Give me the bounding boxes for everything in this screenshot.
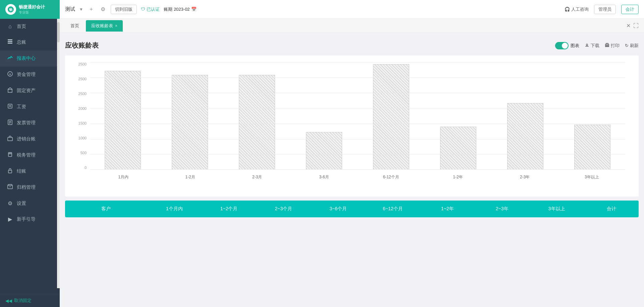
th-12m: 1~2个月 <box>202 201 256 217</box>
y-label-2500c: 2500 <box>72 92 87 96</box>
tab-home-label: 首页 <box>70 23 79 29</box>
content-area: 应收账龄表 图表 下载 打 <box>60 33 644 307</box>
ar-aging-table: 客户 1个月内 1~2个月 2~3个月 3~6个月 6~12个月 1~2年 2~… <box>65 201 639 217</box>
page-actions: 图表 下载 打印 ↻ 刷新 <box>555 42 639 49</box>
download-label: 下载 <box>591 43 599 49</box>
svg-text:畅: 畅 <box>9 8 12 11</box>
bar-36m <box>306 132 342 170</box>
reports-icon <box>7 55 13 62</box>
svg-rect-8 <box>8 104 12 108</box>
sidebar-label-tax: 税务管理 <box>17 152 36 158</box>
bar-23y <box>507 103 543 170</box>
bar-group-1m <box>90 62 156 170</box>
home-icon: ⌂ <box>7 24 13 30</box>
x-label-36m: 3-6月 <box>291 174 358 180</box>
th-23m: 2~3个月 <box>256 201 311 217</box>
table-header: 客户 1个月内 1~2个月 2~3个月 3~6个月 6~12个月 1~2年 2~… <box>65 201 639 217</box>
chart-toggle[interactable]: 图表 <box>555 42 579 49</box>
app-edition: 专业版 <box>19 10 45 15</box>
tabs-bar: 首页 应收账龄表 × ✕ ⛶ <box>60 19 644 33</box>
bars-area <box>90 62 625 170</box>
guide-icon: ▶ <box>7 216 13 222</box>
service-label: 人工咨询 <box>571 6 589 12</box>
sidebar-label-close: 结账 <box>17 168 26 174</box>
refresh-button[interactable]: ↻ 刷新 <box>625 43 639 49</box>
th-612m: 6~12个月 <box>366 201 420 217</box>
shield-icon: 🛡 <box>141 7 145 12</box>
svg-rect-20 <box>8 170 12 173</box>
th-23y: 2~3年 <box>475 201 529 217</box>
sidebar-item-tax[interactable]: 税务管理 <box>0 147 60 163</box>
sidebar-item-guide[interactable]: ▶ 新手引导 <box>0 211 60 227</box>
unpin-button[interactable]: ◀◀ 取消固定 <box>0 294 60 307</box>
sidebar-item-reports[interactable]: 报表中心 <box>0 50 60 67</box>
sidebar-item-invoice[interactable]: 发票管理 <box>0 115 60 131</box>
download-icon <box>585 43 589 48</box>
print-icon <box>605 43 609 48</box>
sidebar-item-home[interactable]: ⌂ 首页 <box>0 19 60 34</box>
verified-badge: 🛡 已认证 <box>141 6 160 12</box>
sidebar-item-ledger[interactable]: 总账 <box>0 34 60 50</box>
bar-12y <box>440 127 476 170</box>
y-label-2500b: 2500 <box>72 77 87 81</box>
tab-expand-icon[interactable]: ⛶ <box>633 23 639 29</box>
toggle-track[interactable] <box>555 42 569 49</box>
sidebar-scrollbar[interactable] <box>57 19 60 288</box>
sidebar-item-archive[interactable]: 归档管理 <box>0 179 60 195</box>
toggle-label: 图表 <box>571 43 579 49</box>
calendar-icon[interactable]: 📅 <box>191 7 197 12</box>
svg-rect-2 <box>8 39 12 40</box>
x-axis: 1月内 1-2月 2-3月 3-6月 6-12个月 1-2年 2-3年 3年以上 <box>90 171 625 183</box>
th-36m: 3~6个月 <box>311 201 366 217</box>
sidebar-item-assets[interactable]: 固定资产 <box>0 83 60 99</box>
th-12y: 1~2年 <box>420 201 475 217</box>
tab-ar-aging[interactable]: 应收账龄表 × <box>86 20 123 32</box>
role-button[interactable]: 会计 <box>621 5 639 14</box>
tab-ar-aging-label: 应收账龄表 <box>91 23 113 29</box>
sidebar-label-invoice: 发票管理 <box>17 120 36 126</box>
unpin-icon: ◀◀ <box>5 298 12 303</box>
bar-612m <box>373 64 409 170</box>
y-label-2000: 2000 <box>72 106 87 111</box>
settings-gear-icon[interactable]: ⚙ <box>99 5 107 14</box>
sidebar: 畅 畅捷通好会计 专业版 ⌂ 首页 总账 报表中心 ¥ <box>0 0 60 307</box>
tab-close-icon[interactable]: × <box>115 24 117 28</box>
sidebar-item-settings[interactable]: ⚙ 设置 <box>0 195 60 211</box>
sidebar-label-payroll: 工资 <box>17 104 26 110</box>
sidebar-item-close[interactable]: 结账 <box>0 163 60 179</box>
sidebar-item-capital[interactable]: ¥ 资金管理 <box>0 67 60 83</box>
download-button[interactable]: 下载 <box>585 43 599 49</box>
svg-text:¥: ¥ <box>9 73 11 76</box>
ledger-icon <box>7 39 13 46</box>
x-label-12y: 1-2年 <box>425 174 492 180</box>
scrollbar-thumb <box>57 22 60 42</box>
manager-button[interactable]: 管理员 <box>594 5 616 14</box>
bar-23m <box>239 75 275 170</box>
stock-icon <box>7 136 13 142</box>
y-label-2500a: 2500 <box>72 62 87 66</box>
sidebar-label-assets: 固定资产 <box>17 88 36 94</box>
sidebar-nav: ⌂ 首页 总账 报表中心 ¥ 资金管理 固定资产 <box>0 19 60 294</box>
topbar-right: 🎧 人工咨询 管理员 会计 <box>565 5 639 14</box>
tab-home[interactable]: 首页 <box>65 20 85 32</box>
bar-3yplus <box>574 125 610 170</box>
sidebar-label-capital: 资金管理 <box>17 72 36 78</box>
tab-close-window-icon[interactable]: ✕ <box>626 23 631 29</box>
app-logo-icon: 畅 <box>5 4 16 15</box>
company-dropdown-icon[interactable]: ▼ <box>79 7 83 12</box>
archive-icon <box>7 184 13 191</box>
bar-group-36m <box>291 62 357 170</box>
bar-12m <box>172 75 208 170</box>
capital-icon: ¥ <box>7 71 13 78</box>
app-name-block: 畅捷通好会计 专业版 <box>19 4 45 15</box>
sidebar-label-home: 首页 <box>17 24 26 30</box>
service-button[interactable]: 🎧 人工咨询 <box>565 6 589 12</box>
th-customer: 客户 <box>65 201 147 217</box>
print-button[interactable]: 打印 <box>605 43 620 49</box>
sidebar-item-stock[interactable]: 进销台账 <box>0 131 60 147</box>
add-button[interactable]: ＋ <box>87 4 95 14</box>
bar-group-23m <box>224 62 290 170</box>
sidebar-item-payroll[interactable]: 工资 <box>0 99 60 115</box>
switch-version-button[interactable]: 切到旧版 <box>111 5 137 14</box>
x-label-12m: 1-2月 <box>157 174 224 180</box>
